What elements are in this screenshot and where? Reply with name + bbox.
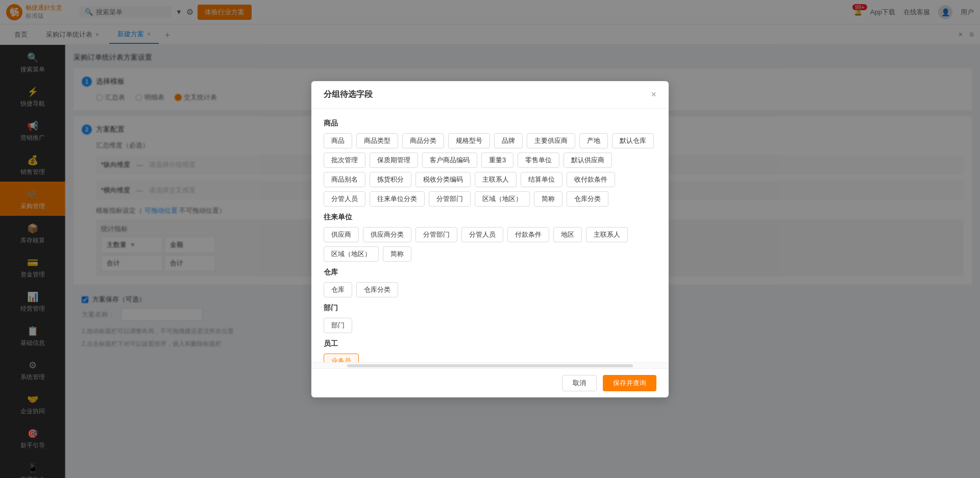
field-tag-0-5[interactable]: 主要供应商 xyxy=(527,133,575,148)
field-tag-0-19[interactable]: 收付款条件 xyxy=(567,172,615,187)
field-tag-0-22[interactable]: 分管部门 xyxy=(429,191,471,207)
modal-horizontal-scrollbar[interactable] xyxy=(311,362,669,368)
field-tag-0-23[interactable]: 区域（地区） xyxy=(475,191,530,207)
field-tag-0-18[interactable]: 结算单位 xyxy=(521,172,562,187)
modal-title: 分组待选字段 xyxy=(324,89,373,100)
field-tag-0-1[interactable]: 商品类型 xyxy=(356,133,398,148)
field-tag-0-3[interactable]: 规格型号 xyxy=(448,133,490,148)
modal-body: 商品商品商品类型商品分类规格型号品牌主要供应商产地默认仓库批次管理保质期管理客户… xyxy=(311,109,669,362)
modal-overlay: 分组待选字段 × 商品商品商品类型商品分类规格型号品牌主要供应商产地默认仓库批次… xyxy=(0,0,980,478)
modal-header: 分组待选字段 × xyxy=(311,81,669,109)
group-title-3: 部门 xyxy=(324,304,656,313)
modal-close-button[interactable]: × xyxy=(651,89,656,100)
group-title-0: 商品 xyxy=(324,119,656,128)
modal-footer: 取消 保存并查询 xyxy=(311,368,669,397)
field-tag-0-20[interactable]: 分管人员 xyxy=(324,191,365,207)
group-title-4: 员工 xyxy=(324,339,656,348)
field-tag-1-2[interactable]: 分管部门 xyxy=(415,227,457,242)
field-tag-0-8[interactable]: 批次管理 xyxy=(324,153,365,168)
field-tag-0-13[interactable]: 默认供应商 xyxy=(564,153,612,168)
field-tag-0-17[interactable]: 主联系人 xyxy=(475,172,517,187)
field-tag-1-1[interactable]: 供应商分类 xyxy=(363,227,411,242)
modal-dialog: 分组待选字段 × 商品商品商品类型商品分类规格型号品牌主要供应商产地默认仓库批次… xyxy=(311,81,669,397)
group-title-2: 仓库 xyxy=(324,268,656,277)
group-title-1: 往来单位 xyxy=(324,213,656,222)
field-tag-0-6[interactable]: 产地 xyxy=(579,133,608,148)
field-tag-2-0[interactable]: 仓库 xyxy=(324,282,352,297)
field-tag-0-11[interactable]: 重量3 xyxy=(481,153,513,168)
field-tag-1-3[interactable]: 分管人员 xyxy=(461,227,503,242)
field-tag-1-4[interactable]: 付款条件 xyxy=(507,227,549,242)
cancel-button[interactable]: 取消 xyxy=(562,375,597,391)
field-tags-group-3: 部门 xyxy=(324,318,656,333)
field-tag-0-21[interactable]: 往来单位分类 xyxy=(370,191,425,207)
field-tags-group-0: 商品商品类型商品分类规格型号品牌主要供应商产地默认仓库批次管理保质期管理客户商品… xyxy=(324,133,656,207)
field-tag-0-9[interactable]: 保质期管理 xyxy=(370,153,418,168)
field-tag-4-0[interactable]: 业务员 xyxy=(324,354,359,362)
field-tag-1-6[interactable]: 主联系人 xyxy=(586,227,628,242)
field-tag-0-7[interactable]: 默认仓库 xyxy=(612,133,654,148)
field-tags-group-4: 业务员 xyxy=(324,354,656,362)
field-tag-0-10[interactable]: 客户商品编码 xyxy=(422,153,477,168)
field-tags-group-1: 供应商供应商分类分管部门分管人员付款条件地区主联系人区域（地区）简称 xyxy=(324,227,656,262)
field-tag-0-4[interactable]: 品牌 xyxy=(494,133,523,148)
field-tag-1-8[interactable]: 简称 xyxy=(383,246,411,262)
field-tag-1-7[interactable]: 区域（地区） xyxy=(324,246,379,262)
field-tag-0-24[interactable]: 简称 xyxy=(534,191,562,207)
field-tag-0-14[interactable]: 商品别名 xyxy=(324,172,365,187)
field-tag-0-25[interactable]: 仓库分类 xyxy=(567,191,608,207)
field-tag-1-0[interactable]: 供应商 xyxy=(324,227,359,242)
field-tags-group-2: 仓库仓库分类 xyxy=(324,282,656,297)
field-tag-0-2[interactable]: 商品分类 xyxy=(402,133,444,148)
field-tag-2-1[interactable]: 仓库分类 xyxy=(356,282,398,297)
field-tag-0-15[interactable]: 拣货积分 xyxy=(370,172,411,187)
modal-hscroll-thumb xyxy=(347,364,633,367)
field-tag-1-5[interactable]: 地区 xyxy=(553,227,582,242)
confirm-button[interactable]: 保存并查询 xyxy=(603,375,656,391)
field-tag-0-0[interactable]: 商品 xyxy=(324,133,352,148)
field-tag-3-0[interactable]: 部门 xyxy=(324,318,352,333)
field-tag-0-12[interactable]: 零售单位 xyxy=(518,153,559,168)
field-tag-0-16[interactable]: 税收分类编码 xyxy=(415,172,471,187)
